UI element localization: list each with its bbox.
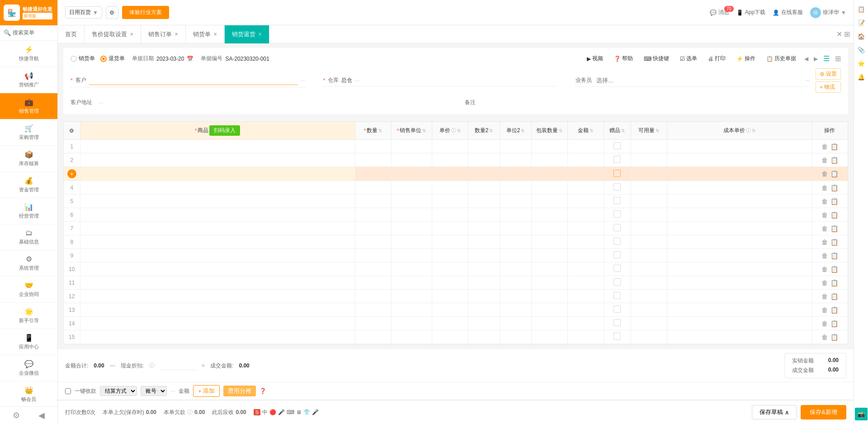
- pack-qty-cell[interactable]: [531, 208, 567, 222]
- pack-qty-cell[interactable]: [531, 276, 567, 290]
- qty-cell[interactable]: [355, 208, 391, 222]
- unit2-sort-icon[interactable]: ⇅: [521, 128, 524, 133]
- online-service-button[interactable]: 👤 在线客服: [773, 9, 803, 16]
- qty-cell[interactable]: [355, 317, 391, 330]
- amount-cell[interactable]: [567, 262, 604, 276]
- qty-cell[interactable]: [355, 153, 391, 167]
- tab-close-all[interactable]: ✕: [836, 30, 842, 38]
- price-cell[interactable]: [432, 208, 468, 222]
- qty-cell[interactable]: [355, 222, 391, 235]
- product-cell[interactable]: [80, 249, 355, 262]
- history-nav-next[interactable]: ▶: [814, 56, 818, 62]
- sidebar-item-purchase[interactable]: 🛒 采购管理: [0, 119, 57, 146]
- discount-info-icon[interactable]: ⓘ: [149, 362, 155, 370]
- product-cell[interactable]: [80, 140, 355, 153]
- sales-type-radio[interactable]: 销货单: [71, 55, 95, 62]
- sidebar-item-member[interactable]: 👑 畅会员: [0, 381, 57, 406]
- product-cell[interactable]: [80, 195, 355, 208]
- price-cell[interactable]: [432, 249, 468, 262]
- pack-qty-cell[interactable]: [531, 181, 567, 195]
- customer-input[interactable]: [89, 76, 298, 85]
- qty-sort-icon[interactable]: ⇅: [378, 128, 382, 133]
- right-panel-btn-1[interactable]: 📋: [856, 4, 867, 14]
- sidebar-item-finance[interactable]: 💰 资金管理: [0, 172, 57, 198]
- right-panel-active-btn[interactable]: 📸: [855, 408, 868, 420]
- price-cell[interactable]: [432, 235, 468, 249]
- delete-icon[interactable]: 🗑: [821, 238, 828, 246]
- shortcut-btn[interactable]: ⌨ 快捷键: [641, 53, 672, 64]
- gift-checkbox[interactable]: [613, 142, 621, 149]
- sidebar-item-enterprise[interactable]: 🤝 企业协同: [0, 276, 57, 303]
- qty-cell[interactable]: [355, 140, 391, 153]
- address-more-icon[interactable]: ···: [99, 100, 103, 106]
- calendar-icon[interactable]: 📅: [187, 56, 193, 62]
- qty-cell[interactable]: [355, 249, 391, 262]
- amount-cell[interactable]: [567, 276, 604, 290]
- unit-cell[interactable]: [391, 330, 432, 344]
- pack-sort-icon[interactable]: ⇅: [559, 128, 562, 133]
- unit-cell[interactable]: [391, 208, 432, 222]
- pack-qty-cell[interactable]: [531, 290, 567, 303]
- qty2-cell[interactable]: [468, 303, 500, 317]
- bottom-icon4[interactable]: ⌨: [287, 409, 294, 415]
- staff-more-icon[interactable]: ···: [806, 77, 810, 84]
- unit2-cell[interactable]: [500, 208, 531, 222]
- sidebar-settings-icon[interactable]: ⚙: [13, 410, 20, 420]
- unit-cell[interactable]: [391, 317, 432, 330]
- video-btn[interactable]: ▶ 视频: [584, 53, 606, 64]
- unit-cell[interactable]: [391, 153, 432, 167]
- tab-close-sales-return[interactable]: ✕: [258, 32, 262, 37]
- price-cell[interactable]: [432, 317, 468, 330]
- tab-close-sales-order[interactable]: ✕: [175, 32, 178, 37]
- help-btn[interactable]: ❓ 帮助: [611, 53, 636, 64]
- grid-view-icon[interactable]: ⊞: [835, 54, 841, 63]
- history-btn[interactable]: 📋 历史单据: [764, 53, 799, 64]
- sidebar-item-shortcut[interactable]: ⚡ 快捷导航: [0, 41, 57, 67]
- tab-price-setting[interactable]: 售价提取设置 ✕: [85, 25, 141, 43]
- qty2-cell[interactable]: [468, 195, 500, 208]
- gift-cell[interactable]: [604, 235, 631, 249]
- price-cell[interactable]: [432, 167, 468, 181]
- unit2-cell[interactable]: [500, 181, 531, 195]
- gift-checkbox[interactable]: [613, 238, 621, 245]
- gift-checkbox[interactable]: [613, 333, 621, 340]
- copy-icon[interactable]: 📋: [830, 293, 838, 300]
- qty-cell[interactable]: [355, 262, 391, 276]
- qty2-cell[interactable]: [468, 290, 500, 303]
- unit-cell[interactable]: [391, 290, 432, 303]
- price-cell[interactable]: [432, 330, 468, 344]
- right-panel-btn-6[interactable]: 🔔: [856, 71, 867, 82]
- qty2-cell[interactable]: [468, 222, 500, 235]
- copy-icon[interactable]: 📋: [830, 306, 838, 314]
- qty2-cell[interactable]: [468, 249, 500, 262]
- price-cell[interactable]: [432, 303, 468, 317]
- gift-checkbox[interactable]: [613, 278, 621, 286]
- price-cell[interactable]: [432, 290, 468, 303]
- bottom-icon7[interactable]: 🎤: [312, 409, 319, 415]
- sidebar-item-wechat[interactable]: 💬 企业微信: [0, 355, 57, 381]
- gift-checkbox[interactable]: [613, 156, 621, 163]
- sidebar-item-operations[interactable]: 📊 经营管理: [0, 198, 57, 224]
- product-cell[interactable]: [80, 303, 355, 317]
- pack-qty-cell[interactable]: [531, 249, 567, 262]
- industry-selector[interactable]: 日用百货 ▼: [65, 6, 102, 19]
- gift-checkbox[interactable]: [613, 183, 621, 191]
- unit2-cell[interactable]: [500, 290, 531, 303]
- right-panel-btn-2[interactable]: 📝: [856, 17, 867, 28]
- sidebar-item-system[interactable]: ⚙ 系统管理: [0, 250, 57, 276]
- unit-cell[interactable]: [391, 181, 432, 195]
- pack-qty-cell[interactable]: [531, 235, 567, 249]
- copy-icon[interactable]: 📋: [830, 279, 838, 286]
- operate-btn[interactable]: ⚡ 操作: [734, 53, 758, 64]
- delete-icon[interactable]: 🗑: [821, 293, 828, 300]
- unit-cell[interactable]: [391, 303, 432, 317]
- bottom-icon5[interactable]: 🖥: [296, 409, 302, 415]
- sidebar-item-basic[interactable]: 🗂 基础信息: [0, 224, 57, 250]
- qty-cell[interactable]: [355, 290, 391, 303]
- add-row-button[interactable]: +: [67, 169, 76, 178]
- qty2-cell[interactable]: [468, 167, 500, 181]
- amount-cell[interactable]: [567, 195, 604, 208]
- amount-cell[interactable]: [567, 330, 604, 344]
- pack-qty-cell[interactable]: [531, 167, 567, 181]
- add-payment-button[interactable]: + 添加: [193, 385, 220, 397]
